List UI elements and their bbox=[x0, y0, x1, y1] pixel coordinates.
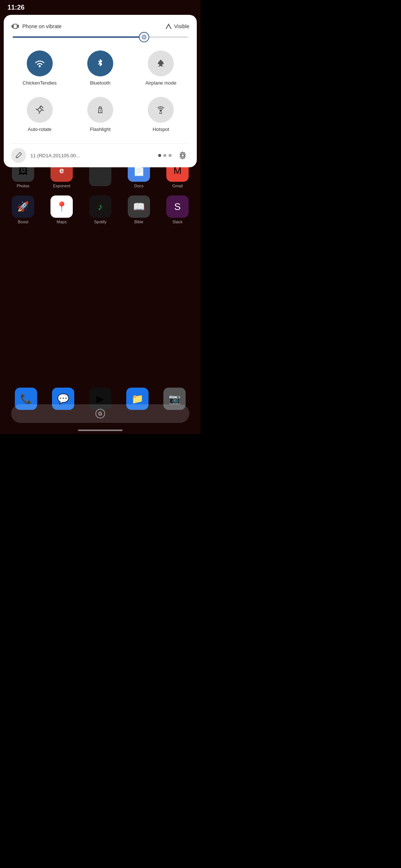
edit-button[interactable] bbox=[11, 148, 26, 163]
vibrate-status: Phone on vibrate bbox=[11, 22, 62, 30]
app-row-2: 🚀 Boost 📍 Maps ♪ Spotify 📖 Bible S Slack bbox=[4, 195, 197, 224]
quick-settings-panel: Phone on vibrate Visible bbox=[4, 15, 197, 167]
gear-icon bbox=[178, 151, 188, 160]
tile-hotspot[interactable]: Hotspot bbox=[133, 93, 189, 136]
svg-line-12 bbox=[142, 35, 143, 36]
tile-autorotate-label: Auto-rotate bbox=[28, 126, 52, 132]
svg-point-7 bbox=[143, 36, 146, 39]
list-item[interactable]: 📖 Bible bbox=[122, 195, 156, 224]
bluetooth-icon-circle bbox=[87, 50, 113, 76]
svg-point-19 bbox=[160, 109, 162, 112]
slack-icon: S bbox=[166, 195, 189, 218]
wifi-icon-circle bbox=[27, 50, 53, 76]
spotify-icon: ♪ bbox=[89, 195, 111, 218]
list-item[interactable]: 📍 Maps bbox=[45, 195, 78, 224]
brightness-icon bbox=[141, 34, 147, 40]
app-label: Gmail bbox=[172, 184, 183, 188]
tile-airplane-label: Airplane mode bbox=[145, 80, 176, 86]
svg-line-14 bbox=[146, 35, 146, 36]
app-label: Bible bbox=[134, 220, 143, 224]
app-label: Slack bbox=[173, 220, 183, 224]
hotspot-icon-circle bbox=[148, 97, 174, 123]
tile-flashlight-label: Flashlight bbox=[90, 126, 111, 132]
search-bar[interactable]: G bbox=[11, 404, 189, 423]
tiles-grid: ChickenTendies Bluetooth Airplane mode bbox=[11, 47, 189, 136]
vibrate-label: Phone on vibrate bbox=[22, 23, 62, 29]
tile-airplane[interactable]: Airplane mode bbox=[133, 47, 189, 89]
list-item[interactable]: S Slack bbox=[161, 195, 194, 224]
dot-2 bbox=[163, 154, 166, 157]
app-label: Exponent bbox=[53, 184, 70, 188]
build-number: 11 (RD1A.201105.00... bbox=[30, 153, 154, 158]
svg-line-13 bbox=[146, 39, 146, 39]
slider-track[interactable] bbox=[13, 36, 188, 38]
list-item[interactable]: ♪ Spotify bbox=[84, 195, 117, 224]
dot-3 bbox=[169, 154, 172, 157]
signal-status: Visible bbox=[165, 23, 189, 30]
dot-1 bbox=[158, 154, 161, 157]
status-bar: 11:26 bbox=[0, 0, 200, 15]
app-label: Photos bbox=[17, 184, 29, 188]
bible-icon: 📖 bbox=[128, 195, 150, 218]
vibrate-icon bbox=[11, 22, 19, 30]
unknown-icon bbox=[89, 164, 111, 186]
tile-wifi[interactable]: ChickenTendies bbox=[11, 47, 68, 89]
maps-icon: 📍 bbox=[50, 195, 73, 218]
signal-label: Visible bbox=[174, 23, 189, 29]
tile-bluetooth[interactable]: Bluetooth bbox=[72, 47, 128, 89]
app-label: Docs bbox=[134, 184, 143, 188]
google-icon: G bbox=[95, 408, 105, 419]
list-item[interactable] bbox=[84, 164, 117, 188]
app-label: Maps bbox=[57, 220, 67, 224]
list-item[interactable]: 🚀 Boost bbox=[6, 195, 40, 224]
signal-icon bbox=[165, 23, 172, 30]
slider-fill bbox=[13, 36, 144, 38]
status-time: 11:26 bbox=[7, 4, 25, 11]
homescreen-icons: 🖼 Photos e Exponent 📄 Docs M Gmail 🚀 Boo… bbox=[0, 160, 200, 231]
tile-flashlight[interactable]: Flashlight bbox=[72, 93, 128, 136]
settings-button[interactable] bbox=[176, 149, 189, 162]
flashlight-icon-circle bbox=[87, 97, 113, 123]
airplane-icon-circle bbox=[148, 50, 174, 76]
app-label: Spotify bbox=[94, 220, 107, 224]
svg-text:G: G bbox=[98, 411, 102, 417]
svg-rect-2 bbox=[13, 24, 17, 29]
pencil-icon bbox=[15, 152, 22, 159]
app-label: Boost bbox=[18, 220, 28, 224]
svg-point-21 bbox=[181, 154, 184, 157]
svg-line-15 bbox=[142, 39, 143, 39]
brightness-slider-row[interactable] bbox=[11, 36, 189, 38]
svg-point-16 bbox=[39, 66, 40, 68]
tile-autorotate[interactable]: Auto-rotate bbox=[11, 93, 68, 136]
panel-header: Phone on vibrate Visible bbox=[11, 22, 189, 30]
home-indicator bbox=[78, 430, 123, 431]
page-dots bbox=[158, 154, 172, 157]
autorotate-icon-circle bbox=[27, 97, 53, 123]
tile-wifi-label: ChickenTendies bbox=[23, 80, 57, 86]
boost-icon: 🚀 bbox=[12, 195, 34, 218]
tile-hotspot-label: Hotspot bbox=[153, 126, 169, 132]
panel-bottom-bar: 11 (RD1A.201105.00... bbox=[11, 143, 189, 167]
tile-bluetooth-label: Bluetooth bbox=[90, 80, 111, 86]
slider-thumb[interactable] bbox=[139, 32, 149, 42]
